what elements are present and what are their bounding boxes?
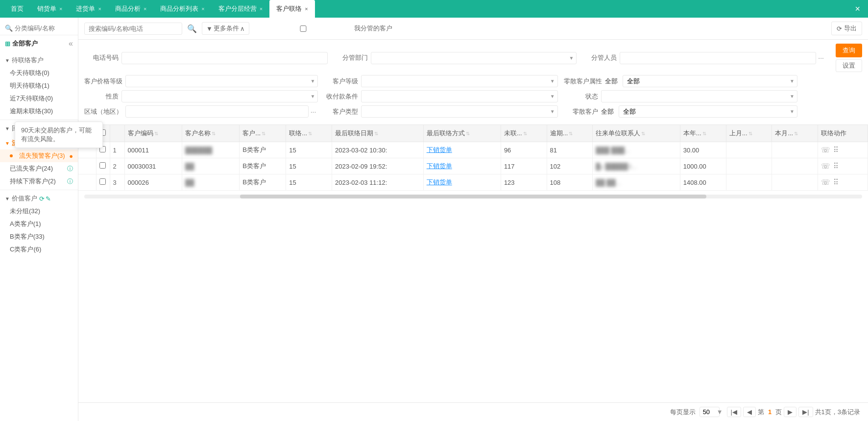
- close-customer-segment-tab[interactable]: ×: [260, 6, 263, 12]
- filter-price-level-select[interactable]: [125, 75, 318, 87]
- action-contact-icon-2[interactable]: ☏: [821, 178, 830, 187]
- th-name[interactable]: 客户名称 ⇅: [182, 125, 239, 142]
- th-this-month-label: 本月...: [775, 129, 793, 138]
- sidebar: 🔍 ⊞ 全部客户 « ▼ 待联络客户 今天待联络(0) 明天待联络(1) 近7天…: [0, 18, 78, 421]
- sidebar-all-customers-header[interactable]: ⊞ 全部客户 «: [0, 35, 78, 52]
- cell-overdue-1: 102: [547, 158, 593, 174]
- first-page-button[interactable]: |◀: [727, 407, 741, 417]
- sidebar-item-7days-pending[interactable]: 近7天待联络(0): [0, 92, 78, 105]
- row-checkbox-1[interactable]: [99, 162, 106, 169]
- filter-customer-level-select[interactable]: [361, 75, 557, 87]
- sidebar-item-today-pending[interactable]: 今天待联络(0): [0, 67, 78, 79]
- my-customers-check[interactable]: [254, 25, 352, 32]
- nav-purchase[interactable]: 进货单 ×: [69, 0, 108, 18]
- last-page-button[interactable]: ▶|: [798, 407, 813, 417]
- filter-person-more[interactable]: ···: [816, 54, 826, 62]
- th-this-year[interactable]: 本年... ⇅: [680, 125, 726, 142]
- my-customers-checkbox[interactable]: 我分管的客户: [254, 24, 392, 33]
- filter-dept-select[interactable]: [371, 52, 577, 64]
- filter-retail-attr-select[interactable]: 全部: [623, 75, 797, 87]
- sidebar-group-value-title[interactable]: ▼ 价值客户 ⟳ ✎: [0, 192, 78, 205]
- sidebar-item-already-churn[interactable]: 已流失客户(24) ⓘ: [0, 162, 78, 175]
- close-product-analysis-tab[interactable]: ×: [144, 6, 146, 12]
- th-last-month[interactable]: 上月... ⇅: [726, 125, 772, 142]
- cell-last-method-0[interactable]: 下销货单: [423, 142, 501, 158]
- nav-home[interactable]: 首页: [4, 0, 30, 18]
- sidebar-item-declining[interactable]: 持续下滑客户(2) ⓘ: [0, 175, 78, 188]
- action-more-icon-0[interactable]: ⠿: [833, 146, 839, 154]
- filter-retail-customer-select[interactable]: 全部: [619, 105, 797, 118]
- close-product-list-tab[interactable]: ×: [201, 6, 204, 12]
- filter-settings-button[interactable]: 设置: [836, 59, 862, 72]
- table-wrap: ⚙ 客户编码 ⇅: [78, 125, 868, 402]
- th-this-month[interactable]: 本月... ⇅: [772, 125, 818, 142]
- th-not-contacted[interactable]: 未联... ⇅: [501, 125, 547, 142]
- th-overdue[interactable]: 逾期... ⇅: [547, 125, 593, 142]
- filter-phone-input[interactable]: [121, 52, 328, 64]
- nav-customer-contact[interactable]: 客户联络 ×: [269, 0, 314, 18]
- action-more-icon-2[interactable]: ⠿: [833, 178, 839, 187]
- search-button[interactable]: 🔍: [187, 24, 197, 33]
- churn-arrow-icon: ▼: [5, 141, 10, 146]
- filter-person-input[interactable]: [620, 52, 816, 64]
- action-contact-icon-1[interactable]: ☏: [821, 162, 830, 171]
- scroll-bar-area: [78, 191, 868, 202]
- nav-product-list[interactable]: 商品分析列表 ×: [153, 0, 211, 18]
- filter-status-select[interactable]: [601, 90, 797, 102]
- chevron-down-icon: ∧: [240, 25, 245, 32]
- cell-last-method-1[interactable]: 下销货单: [423, 158, 501, 174]
- close-customer-contact-tab[interactable]: ×: [305, 6, 308, 12]
- sidebar-collapse-btn[interactable]: «: [69, 39, 73, 48]
- filter-retail-customer: 零散客户 全部 全部 ▼: [564, 105, 797, 118]
- more-conditions-button[interactable]: ▼ 更多条件 ∧: [202, 22, 249, 35]
- cell-contacts-0: 15: [286, 142, 332, 158]
- th-unit-contact[interactable]: 往来单位联系人 ⇅: [593, 125, 680, 142]
- value-edit-icon[interactable]: ✎: [46, 195, 51, 202]
- sidebar-item-class-b[interactable]: B类客户(33): [0, 230, 78, 243]
- filter-nature-select[interactable]: [121, 90, 318, 102]
- sidebar-item-tomorrow-pending[interactable]: 明天待联络(1): [0, 79, 78, 92]
- prev-page-button[interactable]: ◀: [743, 407, 756, 417]
- query-button[interactable]: 查询: [836, 44, 862, 57]
- active-dot: [10, 154, 13, 157]
- sidebar-search-icon: 🔍: [5, 25, 13, 32]
- close-sales-tab[interactable]: ×: [59, 6, 62, 12]
- cell-not-contacted-1: 117: [501, 158, 547, 174]
- th-last-method[interactable]: 最后联络方式 ⇅: [423, 125, 501, 142]
- th-type[interactable]: 客户... ⇅: [240, 125, 286, 142]
- th-code[interactable]: 客户编码 ⇅: [124, 125, 182, 142]
- close-purchase-tab[interactable]: ×: [98, 6, 101, 12]
- page-unit: 页: [775, 408, 782, 417]
- sidebar-item-class-c[interactable]: C类客户(6): [0, 243, 78, 256]
- nav-sales[interactable]: 销货单 ×: [30, 0, 69, 18]
- filter-customer-type-select[interactable]: [361, 105, 557, 118]
- filter-region-more[interactable]: ···: [309, 108, 318, 116]
- sidebar-item-class-a[interactable]: A类客户(1): [0, 218, 78, 230]
- th-last-date[interactable]: 最后联络日期 ⇅: [332, 125, 424, 142]
- sidebar-group-pending-title[interactable]: ▼ 待联络客户: [0, 54, 78, 67]
- close-all-tabs[interactable]: ×: [851, 4, 864, 14]
- filter-region-input[interactable]: [125, 105, 309, 118]
- table-header-row: ⚙ 客户编码 ⇅: [78, 125, 868, 142]
- filter-payment-select[interactable]: [361, 90, 557, 102]
- th-contacts[interactable]: 联络... ⇅: [286, 125, 332, 142]
- row-checkbox-2[interactable]: [99, 178, 106, 185]
- sidebar-item-overdue-pending[interactable]: 逾期未联络(30): [0, 105, 78, 118]
- value-refresh-icon[interactable]: ⟳: [39, 195, 45, 202]
- cell-last-method-2[interactable]: 下销货单: [423, 174, 501, 191]
- nav-product-analysis[interactable]: 商品分析 ×: [108, 0, 153, 18]
- sidebar-search-input[interactable]: [15, 25, 73, 32]
- cell-last-date-1: 2023-02-09 19:52:: [332, 158, 424, 174]
- search-input[interactable]: [84, 23, 182, 35]
- next-page-button[interactable]: ▶: [784, 407, 796, 417]
- cell-unit-contact-2: ██ ██...: [593, 174, 680, 191]
- export-button[interactable]: ⟳ 导出: [831, 22, 862, 35]
- action-more-icon-1[interactable]: ⠿: [833, 162, 839, 171]
- nav-customer-segment[interactable]: 客户分层经营 ×: [212, 0, 269, 18]
- action-contact-icon-0[interactable]: ☏: [821, 146, 830, 154]
- filter-retail-customer-wrap: 全部 ▼: [619, 105, 797, 118]
- filter-person-wrap: ···: [620, 52, 826, 64]
- sidebar-item-ungrouped[interactable]: 未分组(32): [0, 205, 78, 218]
- sidebar-item-churn-warning[interactable]: 流失预警客户(3) ●: [0, 149, 78, 162]
- horizontal-scrollbar[interactable]: [84, 195, 862, 198]
